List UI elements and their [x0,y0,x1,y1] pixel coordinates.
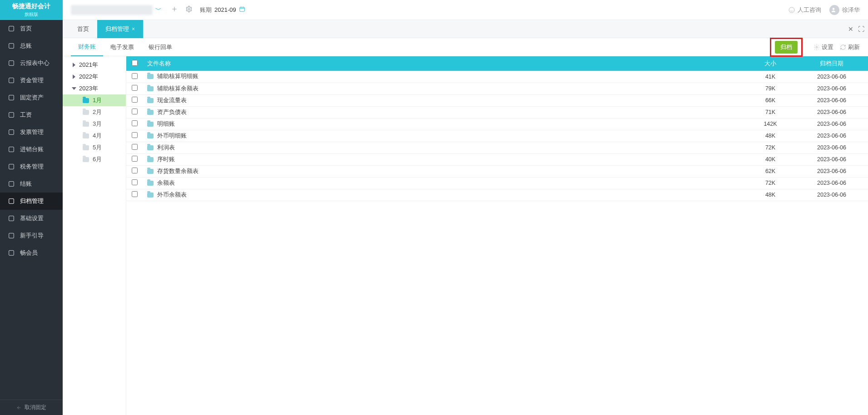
table-row[interactable]: 明细账142K2023-06-06 [126,118,868,130]
sidebar-unpin[interactable]: 取消固定 [0,400,63,415]
fund-icon [7,76,15,84]
folder-icon [147,145,154,150]
sidebar: 畅捷通好会计 旗舰版 首页总账云报表中心资金管理固定资产工资发票管理进销台账税务… [0,0,63,415]
tree-year-label: 2021年 [79,61,98,69]
triangle-icon [73,63,75,67]
sidebar-item-fund[interactable]: 资金管理 [0,72,63,89]
refresh-link[interactable]: 刷新 [840,43,860,51]
tree-month[interactable]: 2月 [63,106,126,118]
tree-month[interactable]: 1月 [63,94,126,106]
support-link[interactable]: 人工咨询 [788,6,821,14]
row-checkbox[interactable] [132,168,138,173]
tree-month-label: 3月 [93,120,102,128]
sidebar-item-close[interactable]: 结账 [0,175,63,193]
file-size: 72K [745,142,795,153]
sub-tab[interactable]: 电子发票 [103,38,141,56]
row-checkbox[interactable] [132,191,138,197]
user-menu[interactable]: 徐泽华 [829,5,860,15]
sidebar-nav: 首页总账云报表中心资金管理固定资产工资发票管理进销台账税务管理结账归档管理基础设… [0,20,63,400]
tree-year[interactable]: 2022年 [63,71,126,83]
org-selector[interactable]: ﹀ [71,5,162,15]
gear-icon[interactable] [185,5,193,14]
folder-icon [147,86,154,91]
table-row[interactable]: 外币余额表48K2023-06-06 [126,189,868,201]
file-name: 明细账 [157,121,175,127]
page-tab[interactable]: 首页 [69,20,97,38]
sidebar-item-report[interactable]: 云报表中心 [0,54,63,72]
tree-year[interactable]: 2023年 [63,83,126,94]
tab-close-icon[interactable]: ✕ [848,25,853,33]
col-name: 文件名称 [143,56,745,71]
archive-button[interactable]: 归档 [775,41,798,54]
table-row[interactable]: 外币明细账48K2023-06-06 [126,130,868,142]
tree-month[interactable]: 5月 [63,142,126,153]
table-row[interactable]: 现金流量表66K2023-06-06 [126,94,868,106]
row-checkbox[interactable] [132,85,138,91]
file-name: 辅助核算余额表 [157,85,198,92]
sidebar-item-guide[interactable]: 新手引导 [0,227,63,244]
file-name: 外币余额表 [157,192,187,198]
period-label: 账期 [200,6,212,14]
file-date: 2023-06-06 [795,71,868,83]
sidebar-item-asset[interactable]: 固定资产 [0,89,63,106]
fullscreen-icon[interactable]: ⛶ [858,25,864,33]
tree-month[interactable]: 4月 [63,130,126,142]
row-checkbox[interactable] [132,109,138,114]
table-row[interactable]: 资产负债表71K2023-06-06 [126,106,868,118]
svg-rect-1 [9,44,14,49]
row-checkbox[interactable] [132,73,138,79]
sidebar-item-archive[interactable]: 归档管理 [0,193,63,210]
close-icon[interactable]: × [132,26,135,32]
table-row[interactable]: 存货数量余额表62K2023-06-06 [126,165,868,177]
folder-icon [147,110,154,115]
sidebar-item-ledger[interactable]: 总账 [0,37,63,54]
support-label: 人工咨询 [798,6,821,14]
select-all-checkbox[interactable] [132,60,138,66]
table-row[interactable]: 辅助核算余额表79K2023-06-06 [126,83,868,94]
folder-icon [83,133,89,138]
archive-icon [7,197,15,205]
brand-title: 畅捷通好会计 [12,2,50,10]
file-name: 辅助核算明细账 [157,73,198,79]
sub-tab[interactable]: 财务账 [71,38,103,56]
period-value[interactable]: 2021-09 [214,6,236,13]
sidebar-item-tax[interactable]: 税务管理 [0,158,63,175]
row-checkbox[interactable] [132,132,138,138]
calendar-icon[interactable] [239,6,245,14]
content: 财务账电子发票银行回单 归档 设置 刷新 2021年2022年 [63,38,868,415]
file-date: 2023-06-06 [795,118,868,130]
sidebar-item-salary[interactable]: 工资 [0,106,63,124]
settings-link[interactable]: 设置 [813,43,833,51]
table-row[interactable]: 序时账40K2023-06-06 [126,153,868,165]
svg-rect-5 [9,113,14,118]
svg-rect-3 [9,78,14,83]
sub-tab[interactable]: 银行回单 [141,38,179,56]
tree-year[interactable]: 2021年 [63,59,126,71]
add-icon[interactable] [171,5,178,14]
svg-rect-8 [9,164,14,169]
row-checkbox[interactable] [132,144,138,150]
sidebar-item-vip[interactable]: 畅会员 [0,244,63,262]
sidebar-item-stock[interactable]: 进销台账 [0,141,63,158]
tree-month[interactable]: 6月 [63,153,126,165]
row-checkbox[interactable] [132,179,138,185]
sidebar-item-home[interactable]: 首页 [0,20,63,37]
sidebar-item-label: 进销台账 [20,145,44,153]
asset-icon [7,94,15,102]
tree-month[interactable]: 3月 [63,118,126,130]
svg-rect-2 [9,61,14,66]
sidebar-item-invoice[interactable]: 发票管理 [0,124,63,141]
brand-edition: 旗舰版 [25,11,38,18]
row-checkbox[interactable] [132,97,138,103]
row-checkbox[interactable] [132,120,138,126]
file-size: 40K [745,153,795,165]
table-row[interactable]: 余额表72K2023-06-06 [126,177,868,189]
file-size: 72K [745,177,795,189]
row-checkbox[interactable] [132,156,138,162]
sidebar-item-settings[interactable]: 基础设置 [0,210,63,227]
table-row[interactable]: 利润表72K2023-06-06 [126,142,868,153]
page-tab[interactable]: 归档管理× [97,20,143,38]
file-name: 序时账 [157,156,175,163]
table-row[interactable]: 辅助核算明细账41K2023-06-06 [126,71,868,83]
file-date: 2023-06-06 [795,142,868,153]
